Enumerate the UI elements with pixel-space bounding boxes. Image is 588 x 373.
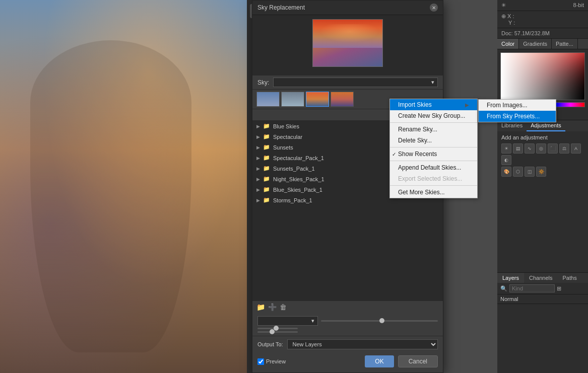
tab-gradients[interactable]: Gradients (519, 39, 552, 49)
slider-row-3 (257, 331, 438, 333)
document-size: Doc: 57.1M/232.8M (497, 28, 588, 39)
menu-item-show-recents[interactable]: Show Recents (390, 148, 477, 160)
ok-cancel-group: OK Cancel (365, 355, 438, 367)
bw-adj[interactable]: ◐ (501, 155, 511, 165)
chevron-right-icon: ▶ (256, 187, 260, 192)
adjustments-title: Add an adjustment (501, 134, 584, 140)
sky-item-label: Sunsets_Pack_1 (273, 166, 315, 172)
output-row: Output To: New Layers (252, 336, 443, 352)
preview-image (312, 19, 383, 67)
sky-thumb-1[interactable] (256, 92, 280, 107)
menu-item-from-sky-presets[interactable]: From Sky Presets... (479, 111, 556, 122)
channelmix-adj[interactable]: ⬡ (513, 167, 523, 177)
add-sky-icon[interactable]: ➕ (268, 303, 277, 311)
hsl-adj[interactable]: ⚖ (559, 143, 569, 154)
color-panel-tabs: Color Gradients Patte... (497, 39, 588, 49)
slider-thumb-2[interactable] (274, 326, 279, 331)
folder-icon: 📁 (263, 123, 270, 129)
photofilter-adj[interactable]: 🎨 (501, 167, 511, 177)
slider-dropdown-1[interactable]: ▾ (257, 316, 318, 326)
output-select[interactable]: New Layers (287, 339, 438, 349)
colorlookup-adj[interactable]: ◫ (525, 167, 535, 177)
info-panel: ✳ 8-bit ⊕ X : Y : Doc: 57.1M/232.8M Colo… (497, 0, 588, 373)
menu-item-append-default[interactable]: Append Default Skies... (390, 162, 477, 173)
chevron-down-icon: ▾ (431, 79, 434, 86)
dialog-close-button[interactable]: ✕ (430, 4, 438, 12)
tab-paths[interactable]: Paths (558, 273, 582, 283)
curves-adj[interactable]: ∿ (525, 143, 535, 154)
sky-item-label: Blue Skies (273, 123, 299, 129)
chevron-down-icon: ▾ (311, 318, 314, 324)
folder-icon: 📁 (263, 197, 270, 203)
sky-dropdown[interactable]: ▾ (273, 78, 438, 87)
slider-thumb-3[interactable] (270, 329, 275, 334)
menu-item-import-skies[interactable]: Import Skies ▶ From Images... From Sky P… (390, 99, 477, 110)
search-icon: 🔍 (500, 285, 507, 292)
tab-color[interactable]: Color (497, 39, 519, 49)
coordinates-display: ⊕ X : Y : (497, 11, 588, 28)
slider-thumb-1[interactable] (379, 318, 384, 323)
output-label: Output To: (257, 341, 283, 347)
menu-separator-2 (390, 147, 477, 147)
menu-item-delete-sky[interactable]: Delete Sky... (390, 135, 477, 146)
folder-icon: 📁 (263, 133, 270, 140)
vibrance-adj[interactable]: ⬛ (548, 143, 558, 154)
sky-item-label: Storms_Pack_1 (273, 197, 312, 203)
dialog-buttons: Preview OK Cancel (252, 352, 443, 372)
blend-mode-row: Normal (497, 294, 588, 304)
adjustment-icons-row2: 🎨 ⬡ ◫ 🔆 (501, 167, 584, 177)
sky-selector-row: Sky: ▾ (252, 76, 443, 90)
preview-label: Preview (266, 358, 286, 364)
menu-separator-1 (390, 122, 477, 123)
chevron-right-icon: ▶ (256, 134, 260, 139)
sky-item-label: Sunsets (273, 144, 293, 151)
menu-item-rename-sky[interactable]: Rename Sky... (390, 124, 477, 135)
tab-channels[interactable]: Channels (524, 273, 557, 283)
chevron-right-icon: ▶ (256, 124, 260, 129)
sky-thumb-4[interactable] (331, 92, 354, 107)
layers-filter-input[interactable] (509, 284, 555, 292)
delete-sky-icon[interactable]: 🗑 (280, 303, 287, 311)
adjustments-panel: Libraries Adjustments Add an adjustment … (497, 120, 588, 180)
new-folder-icon[interactable]: 📁 (256, 303, 265, 311)
chevron-right-icon: ▶ (256, 177, 260, 182)
xy-icon: ⊕ (501, 13, 506, 19)
sky-label: Sky: (257, 79, 269, 86)
levels-adj[interactable]: ▤ (513, 143, 523, 154)
adjustments-content: Add an adjustment ☀ ▤ ∿ ◎ ⬛ ⚖ A ◐ 🎨 ⬡ ◫ … (497, 131, 588, 180)
chevron-right-icon: ▶ (256, 166, 260, 171)
chevron-right-icon: ▶ (256, 156, 260, 161)
adjustment-icons-row1: ☀ ▤ ∿ ◎ ⬛ ⚖ A ◐ (501, 143, 584, 165)
menu-item-create-group[interactable]: Create New Sky Group... (390, 110, 477, 121)
folder-icon: 📁 (263, 155, 270, 161)
folder-icon: 📁 (263, 165, 270, 172)
ok-button[interactable]: OK (365, 355, 394, 367)
dialog-titlebar: Sky Replacement ✕ (252, 1, 443, 15)
layers-filter-row: 🔍 ⊞ (497, 283, 588, 294)
exposure-adj[interactable]: ◎ (536, 143, 546, 154)
background-photo (0, 0, 247, 373)
sky-item-label: Spectacular (273, 134, 302, 140)
menu-item-get-more[interactable]: Get More Skies... (390, 187, 477, 198)
menu-item-from-images[interactable]: From Images... (479, 100, 556, 111)
preview-checkbox[interactable] (257, 358, 264, 365)
sky-thumb-3[interactable] (306, 92, 329, 107)
slider-2[interactable] (257, 328, 298, 329)
color-gradient[interactable] (500, 52, 585, 100)
slider-3[interactable] (257, 331, 298, 333)
colorbalance-adj[interactable]: A (571, 143, 581, 154)
cancel-button[interactable]: Cancel (398, 355, 438, 367)
tab-patterns[interactable]: Patte... (552, 39, 578, 49)
bit-depth-display: ✳ 8-bit (497, 0, 588, 11)
slider-row-1: ▾ (257, 316, 438, 326)
tab-layers[interactable]: Layers (497, 273, 524, 283)
menu-separator-4 (390, 185, 477, 186)
brightness-adj[interactable]: ☀ (501, 143, 511, 154)
slider-row-2 (257, 328, 438, 329)
sky-thumb-2[interactable] (281, 92, 304, 107)
invert-adj[interactable]: 🔆 (536, 167, 546, 177)
filter-options-icon: ⊞ (557, 285, 561, 292)
bit-depth-icon: ✳ (501, 2, 506, 8)
slider-1[interactable] (321, 320, 438, 322)
slider-controls: ▾ (252, 313, 443, 336)
